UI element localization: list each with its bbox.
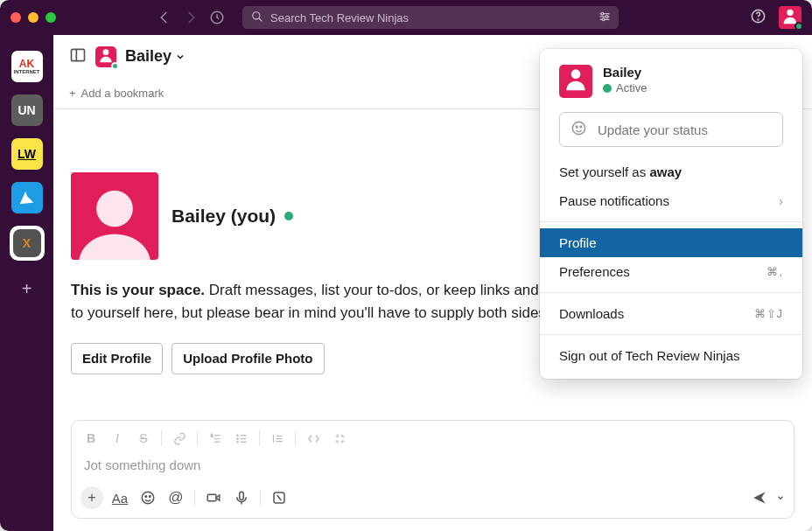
emoji-button[interactable] <box>135 485 161 511</box>
video-button[interactable] <box>200 485 227 511</box>
user-avatar-button[interactable] <box>779 6 802 29</box>
svg-point-7 <box>606 15 608 17</box>
svg-point-25 <box>236 441 237 442</box>
presence-indicator <box>794 22 803 31</box>
preferences-item[interactable]: Preferences ⌘, <box>540 257 802 286</box>
history-button[interactable] <box>209 10 225 25</box>
svg-point-6 <box>601 12 604 15</box>
blockquote-button[interactable] <box>265 426 290 451</box>
send-button[interactable] <box>746 485 773 511</box>
status-input[interactable]: Update your status <box>559 112 783 147</box>
back-button[interactable] <box>157 10 172 25</box>
svg-point-39 <box>571 69 581 79</box>
popover-user-name: Bailey <box>603 65 647 80</box>
svg-point-32 <box>150 496 151 498</box>
svg-rect-12 <box>72 49 85 60</box>
svg-rect-35 <box>240 492 244 500</box>
code-button[interactable] <box>301 426 326 451</box>
ordered-list-button[interactable]: 1 <box>203 426 228 451</box>
search-icon <box>251 10 263 25</box>
svg-point-23 <box>236 435 237 436</box>
message-composer: B I S 1 Jot something down <box>71 420 794 519</box>
attach-button[interactable]: + <box>79 485 105 511</box>
format-button[interactable]: Aa <box>107 485 133 511</box>
window-close[interactable] <box>10 12 21 23</box>
workspace-2[interactable]: UN <box>11 94 43 126</box>
channel-name-label: Bailey <box>125 47 172 66</box>
downloads-item[interactable]: Downloads ⌘⇧J <box>540 299 802 328</box>
forward-button[interactable] <box>183 10 199 25</box>
channel-name-button[interactable]: Bailey <box>125 47 186 66</box>
profile-avatar <box>71 172 158 260</box>
svg-point-10 <box>758 19 759 20</box>
plus-icon: + <box>69 87 76 100</box>
svg-point-8 <box>602 18 605 21</box>
codeblock-button[interactable] <box>327 426 352 451</box>
profile-item[interactable]: Profile <box>540 228 802 257</box>
svg-marker-34 <box>217 495 220 500</box>
send-options-button[interactable] <box>774 485 787 511</box>
status-placeholder: Update your status <box>598 122 708 137</box>
svg-line-38 <box>277 495 282 500</box>
bullet-list-button[interactable] <box>229 426 254 451</box>
audio-button[interactable] <box>228 485 255 511</box>
help-button[interactable] <box>750 8 766 28</box>
shortcut-button[interactable] <box>266 485 292 511</box>
bold-button[interactable]: B <box>79 426 103 451</box>
window-minimize[interactable] <box>28 12 38 23</box>
user-menu-popover: Bailey Active Update your status Set you… <box>540 49 802 379</box>
profile-name: Bailey (you) <box>172 206 276 227</box>
set-away-item[interactable]: Set yourself as away <box>540 157 802 186</box>
pause-notifications-item[interactable]: Pause notifications › <box>540 186 802 215</box>
titlebar: Search Tech Review Ninjas <box>0 0 812 35</box>
upload-photo-button[interactable]: Upload Profile Photo <box>172 343 324 374</box>
workspace-rail: AKINTERNET UN LW X + <box>0 35 53 531</box>
svg-point-40 <box>572 122 584 134</box>
svg-point-24 <box>236 437 237 438</box>
svg-point-30 <box>142 492 154 504</box>
window-maximize[interactable] <box>46 12 56 23</box>
svg-point-31 <box>145 496 147 498</box>
svg-line-2 <box>259 17 262 21</box>
popover-avatar <box>559 65 592 98</box>
search-bar[interactable]: Search Tech Review Ninjas <box>242 6 619 29</box>
svg-point-41 <box>576 126 578 128</box>
svg-point-15 <box>96 191 133 227</box>
downloads-shortcut: ⌘⇧J <box>754 307 784 320</box>
chevron-down-icon <box>175 52 186 62</box>
italic-button[interactable]: I <box>105 426 130 451</box>
add-workspace-button[interactable]: + <box>11 273 43 304</box>
bookmark-label: Add a bookmark <box>81 87 164 100</box>
composer-input[interactable]: Jot something down <box>72 456 794 481</box>
mention-button[interactable]: @ <box>163 485 189 511</box>
svg-point-1 <box>253 11 260 18</box>
svg-point-14 <box>103 49 109 55</box>
workspace-1[interactable]: AKINTERNET <box>11 51 43 82</box>
edit-profile-button[interactable]: Edit Profile <box>71 343 163 374</box>
channel-avatar <box>95 46 116 67</box>
svg-text:1: 1 <box>210 433 213 437</box>
strike-button[interactable]: S <box>131 426 156 451</box>
workspace-4[interactable] <box>11 182 43 213</box>
workspace-5[interactable]: X <box>10 226 45 261</box>
preferences-shortcut: ⌘, <box>766 265 783 278</box>
presence-indicator <box>284 212 293 220</box>
svg-point-11 <box>787 10 793 16</box>
chevron-right-icon: › <box>779 194 783 208</box>
filter-icon[interactable] <box>598 10 612 26</box>
smile-icon <box>570 120 587 139</box>
workspace-3[interactable]: LW <box>11 138 43 170</box>
svg-point-42 <box>580 126 582 128</box>
signout-item[interactable]: Sign out of Tech Review Ninjas <box>540 341 802 370</box>
popover-user-status: Active <box>603 81 647 94</box>
search-placeholder: Search Tech Review Ninjas <box>270 11 409 24</box>
link-button[interactable] <box>167 426 192 451</box>
svg-rect-33 <box>207 494 216 501</box>
split-view-icon[interactable] <box>69 46 87 67</box>
